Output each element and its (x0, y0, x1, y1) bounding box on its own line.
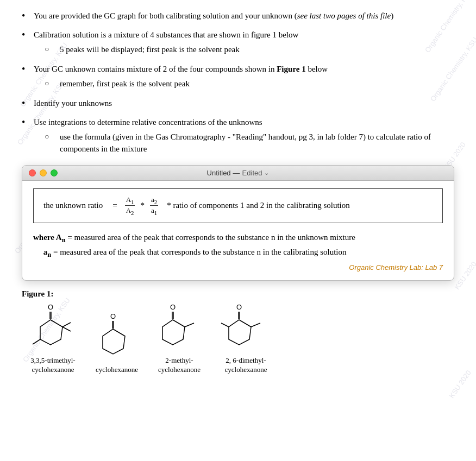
molecule-label-dimethyl26: 2, 6-dimethyl-cyclohexanone (225, 356, 267, 375)
bullet-dot-3: • (22, 62, 34, 77)
svg-marker-10 (103, 329, 125, 354)
figure-title: Figure 1: (22, 289, 454, 299)
svg-line-21 (221, 323, 229, 327)
svg-text:O: O (236, 303, 242, 311)
window-edited-label: Edited (242, 169, 262, 177)
bullet-item-4: • Identify your unknowns (22, 97, 454, 111)
figure-section: Figure 1: O (22, 289, 454, 375)
formula-fraction-a: a2 a1 (150, 195, 158, 216)
mac-window: Untitled — Edited ⌄ the unknown ratio = … (22, 165, 454, 281)
sub-dot-3-1: ○ (45, 78, 60, 89)
svg-text:O: O (170, 303, 176, 311)
bullet-text-2: Calibration solution is a mixture of 4 s… (34, 30, 298, 39)
bullet-content-3: Your GC unknown contains mixture of 2 of… (34, 63, 328, 92)
bullet-item-5: • Use integrations to determine relative… (22, 116, 454, 157)
formula-ratio-text: * ratio of components 1 and 2 in the cal… (167, 201, 350, 210)
molecule-label-cyclohexanone: cyclohexanone (96, 365, 138, 375)
mac-window-buttons (29, 169, 58, 176)
bullet-text-5: Use integrations to determine relative c… (34, 118, 262, 127)
sub-text-2-1: 5 peaks will be displayed; first peak is… (60, 43, 240, 56)
sub-item-5-1: ○ use the formula (given in the Gas Chro… (45, 131, 454, 155)
bullet-text-1: You are provided the GC graph for both c… (34, 10, 393, 22)
bullet-item-2: • Calibration solution is a mixture of 4… (22, 29, 454, 58)
bullet-dot-2: • (22, 28, 34, 42)
bullet-content-2: Calibration solution is a mixture of 4 s… (34, 29, 298, 58)
svg-text:O: O (48, 303, 53, 311)
bullet-dot-1: • (22, 9, 34, 23)
italic-text-1: see last two pages of this file (297, 11, 391, 20)
mac-minimize-button[interactable] (40, 169, 47, 176)
svg-line-6 (33, 339, 40, 344)
formula-box: the unknown ratio = A1 A2 * a2 a1 * rati… (33, 188, 443, 223)
page: Organic Chemistry, KSU Organic Chemistry… (0, 0, 476, 461)
figure-ref: Figure 1 (277, 65, 305, 73)
sub-dot-5-1: ○ (45, 131, 60, 142)
svg-text:O: O (110, 312, 116, 320)
fraction-A-den: A2 (125, 206, 135, 216)
bullet-dot-4: • (22, 96, 34, 111)
molecule-row: O 3,3,5-trimethyl-cyclo (22, 305, 454, 375)
bullet-text-4: Identify your unknowns (34, 97, 112, 110)
sub-text-3-1: remember, first peak is the solvent peak (60, 78, 190, 90)
bullet-text-3: Your GC unknown contains mixture of 2 of… (34, 65, 328, 73)
fraction-a-den: a1 (150, 206, 158, 216)
bullet-item-1: • You are provided the GC graph for both… (22, 10, 454, 23)
lab-label: Organic Chemistry Lab: Lab 7 (33, 263, 443, 271)
molecule-methyl2: O 2-methyl-cyclohexanone (155, 305, 204, 375)
main-content: • You are provided the GC graph for both… (22, 10, 454, 374)
window-title-separator: — (233, 169, 240, 177)
molecule-svg-cyclohexanone: O (95, 314, 139, 363)
bullet-item-3: • Your GC unknown contains mixture of 2 … (22, 63, 454, 92)
svg-marker-19 (229, 320, 251, 345)
svg-line-15 (185, 323, 194, 327)
molecule-svg-dimethyl26: O (220, 305, 272, 354)
window-title-text: Untitled (207, 169, 231, 177)
sub-dot-2-1: ○ (45, 43, 60, 55)
molecule-dimethyl26: O 2, 6-dimethyl-cyclohexanone (220, 305, 272, 375)
mac-close-button[interactable] (29, 169, 36, 176)
mac-titlebar: Untitled — Edited ⌄ (22, 166, 454, 181)
svg-marker-14 (162, 320, 185, 345)
fraction-a-num: a2 (150, 195, 158, 206)
sub-list-3: ○ remember, first peak is the solvent pe… (45, 78, 328, 90)
formula-label: the unknown ratio (43, 201, 103, 210)
mac-window-title: Untitled — Edited ⌄ (207, 169, 270, 177)
molecule-trimethyl: O 3,3,5-trimethyl-cyclo (27, 305, 79, 375)
molecule-svg-methyl2: O (155, 305, 204, 354)
where-label: where An (33, 233, 66, 242)
molecule-label-methyl2: 2-methyl-cyclohexanone (158, 356, 201, 375)
mac-maximize-button[interactable] (51, 169, 58, 176)
mac-window-body: the unknown ratio = A1 A2 * a2 a1 * rati… (22, 181, 454, 280)
molecule-svg-trimethyl: O (27, 305, 79, 354)
sub-list-2: ○ 5 peaks will be displayed; first peak … (45, 43, 298, 56)
bullet-content-5: Use integrations to determine relative c… (34, 116, 454, 157)
molecule-cyclohexanone: O cyclohexanone (95, 314, 139, 375)
svg-line-20 (251, 323, 260, 327)
molecule-label-trimethyl: 3,3,5-trimethyl-cyclohexanone (30, 356, 75, 375)
explanation-line-An: where An = measured area of the peak tha… (33, 231, 443, 245)
formula-equals: = (112, 201, 117, 210)
bullet-list: • You are provided the GC graph for both… (22, 10, 454, 157)
formula-fraction-A: A1 A2 (125, 195, 135, 216)
sub-text-5-1: use the formula (given in the Gas Chroma… (60, 131, 454, 155)
sub-item-3-1: ○ remember, first peak is the solvent pe… (45, 78, 328, 90)
svg-line-5 (62, 327, 71, 331)
an-label: an (43, 248, 51, 256)
formula-explanation: where An = measured area of the peak tha… (33, 231, 443, 260)
formula-star: * (140, 201, 145, 210)
explanation-line-an: an = measured area of the peak that corr… (33, 245, 443, 260)
sub-list-5: ○ use the formula (given in the Gas Chro… (45, 131, 454, 155)
watermark-6: KSU 2020 (453, 260, 476, 291)
svg-marker-3 (40, 320, 62, 345)
svg-line-4 (62, 323, 71, 327)
bullet-dot-5: • (22, 115, 34, 130)
sub-item-2-1: ○ 5 peaks will be displayed; first peak … (45, 43, 298, 56)
fraction-A-num: A1 (125, 195, 135, 206)
window-chevron-icon: ⌄ (264, 169, 269, 176)
